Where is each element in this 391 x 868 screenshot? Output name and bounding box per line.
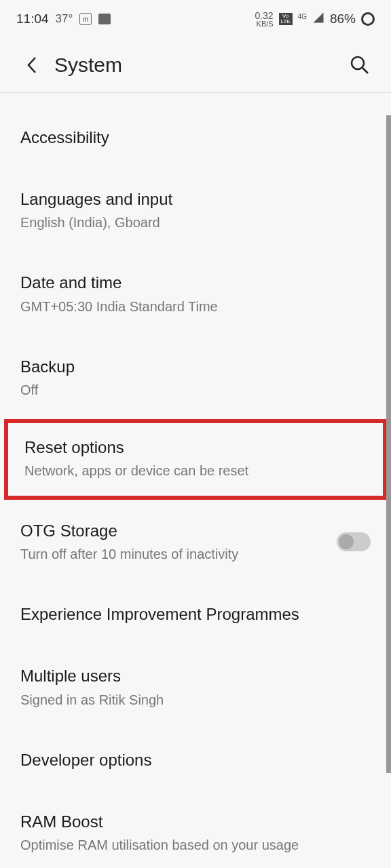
item-subtitle: Optimise RAM utilisation based on your u… bbox=[20, 836, 371, 854]
item-title: Reset options bbox=[24, 437, 367, 458]
status-left: 11:04 37° m bbox=[16, 12, 111, 26]
item-subtitle: Signed in as Ritik Singh bbox=[20, 691, 371, 709]
item-subtitle: Network, apps or device can be reset bbox=[24, 462, 367, 479]
header: System bbox=[0, 38, 391, 92]
item-users[interactable]: Multiple users Signed in as Ritik Singh bbox=[0, 645, 391, 728]
picture-icon bbox=[98, 14, 111, 24]
network-type: 4G bbox=[298, 13, 307, 20]
item-languages[interactable]: Languages and input English (India), Gbo… bbox=[0, 168, 391, 252]
item-title: Experience Improvement Programmes bbox=[20, 604, 371, 625]
item-developer[interactable]: Developer options bbox=[0, 729, 391, 791]
status-time: 11:04 bbox=[16, 12, 49, 26]
page-title: System bbox=[54, 54, 348, 77]
item-title: RAM Boost bbox=[20, 811, 371, 832]
item-backup[interactable]: Backup Off bbox=[0, 336, 391, 419]
item-title: Languages and input bbox=[20, 189, 371, 210]
search-icon bbox=[350, 55, 370, 75]
otg-toggle[interactable] bbox=[337, 532, 371, 551]
item-title: Backup bbox=[20, 356, 371, 377]
item-title: OTG Storage bbox=[20, 520, 337, 541]
status-temperature: 37° bbox=[56, 12, 73, 26]
item-subtitle: Off bbox=[20, 381, 371, 399]
chevron-left-icon bbox=[26, 56, 37, 74]
volte-icon: Vo LTE bbox=[279, 13, 293, 25]
item-title: Accessibility bbox=[20, 127, 371, 148]
item-otg[interactable]: OTG Storage Turn off after 10 minutes of… bbox=[0, 500, 391, 583]
svg-point-0 bbox=[352, 57, 364, 69]
network-speed: 0.32 KB/S bbox=[255, 11, 273, 28]
item-reset[interactable]: Reset options Network, apps or device ca… bbox=[8, 423, 383, 496]
item-subtitle: GMT+05:30 India Standard Time bbox=[20, 298, 371, 315]
item-title: Developer options bbox=[20, 749, 371, 770]
item-title: Multiple users bbox=[20, 665, 371, 686]
status-bar: 11:04 37° m 0.32 KB/S Vo LTE 4G 86% bbox=[0, 0, 391, 38]
item-ram[interactable]: RAM Boost Optimise RAM utilisation based… bbox=[0, 791, 391, 868]
item-title: Date and time bbox=[20, 272, 371, 293]
item-experience[interactable]: Experience Improvement Programmes bbox=[0, 583, 391, 645]
highlight-reset-options: Reset options Network, apps or device ca… bbox=[4, 419, 387, 500]
scroll-bar[interactable] bbox=[386, 115, 391, 773]
back-button[interactable] bbox=[22, 55, 42, 75]
item-datetime[interactable]: Date and time GMT+05:30 India Standard T… bbox=[0, 252, 391, 335]
item-subtitle: English (India), Gboard bbox=[20, 214, 371, 231]
settings-list: Accessibility Languages and input Englis… bbox=[0, 93, 391, 868]
item-accessibility[interactable]: Accessibility bbox=[0, 93, 391, 168]
m-icon: m bbox=[79, 13, 92, 25]
svg-line-1 bbox=[362, 68, 368, 73]
item-subtitle: Turn off after 10 minutes of inactivity bbox=[20, 545, 337, 563]
signal-icon bbox=[312, 12, 324, 27]
battery-ring-icon bbox=[361, 12, 375, 26]
status-right: 0.32 KB/S Vo LTE 4G 86% bbox=[255, 11, 375, 28]
battery-percent: 86% bbox=[330, 12, 356, 26]
search-button[interactable] bbox=[348, 53, 372, 77]
